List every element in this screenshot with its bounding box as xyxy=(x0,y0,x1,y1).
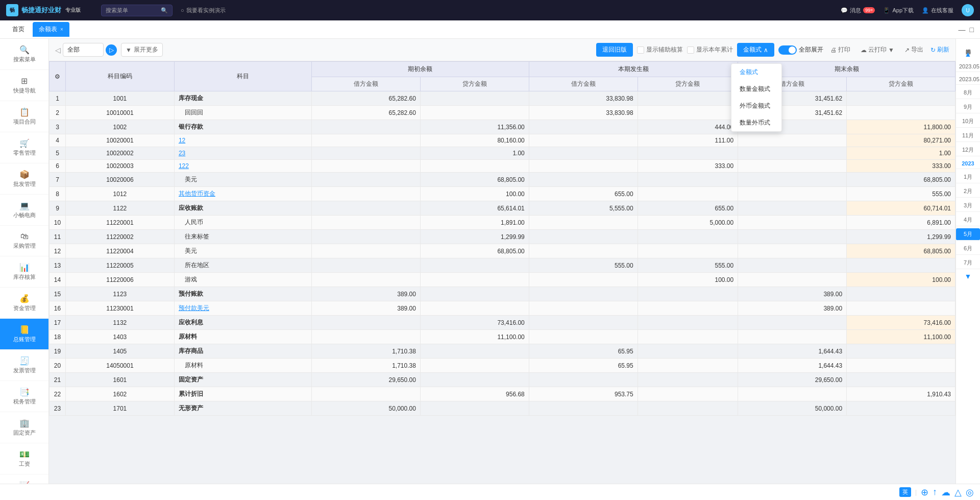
period-item-3[interactable]: 3月 xyxy=(956,200,980,212)
row-value xyxy=(420,373,529,387)
bottom-icon-5[interactable]: ◎ xyxy=(966,487,974,498)
bottom-icon-1[interactable]: ⊕ xyxy=(921,487,928,498)
period-item-year-2023[interactable]: 2023 xyxy=(956,158,980,169)
row-value xyxy=(312,273,421,287)
sidebar-search-label: 搜索菜单 xyxy=(4,56,44,63)
table-row: 510020002231.001.00 xyxy=(50,147,955,160)
toggle-expand-switch[interactable] xyxy=(778,45,797,55)
sidebar-item-wholesale[interactable]: 📦 批发管理 xyxy=(0,163,48,195)
toolbar: ◁ 全部 ▷ ▼ 展开更多 退回旧版 显示辅助核算 xyxy=(49,39,955,61)
online-service-btn[interactable]: 👤 在线客服 xyxy=(922,7,953,14)
period-item-2[interactable]: 2月 xyxy=(956,185,980,198)
period-item-202305[interactable]: 2023.05 xyxy=(956,61,980,72)
expand-more-btn[interactable]: ▼ 展开更多 xyxy=(121,43,163,57)
period-item-12[interactable]: 12月 xyxy=(956,144,980,156)
check-yearly-box[interactable] xyxy=(687,46,694,54)
row-value xyxy=(420,287,529,301)
tab-close-icon[interactable]: × xyxy=(60,27,63,32)
message-btn[interactable]: 💬 消息 99+ xyxy=(841,7,875,14)
nav-input[interactable]: 全部 xyxy=(63,43,104,57)
row-name[interactable]: 12 xyxy=(174,134,311,147)
user-avatar-btn[interactable]: U xyxy=(962,4,974,16)
check-subsidiary-item[interactable]: 显示辅助核算 xyxy=(637,45,683,54)
demo-link[interactable]: ○ 我要看实例演示 xyxy=(181,7,226,14)
row-value xyxy=(312,330,421,344)
dropdown-item-jine[interactable]: 金额式 xyxy=(731,64,781,81)
row-name: 美元 xyxy=(174,173,311,187)
tab-balance[interactable]: 余额表 × xyxy=(33,22,69,37)
amount-mode-btn[interactable]: 金额式 ∧ xyxy=(737,43,774,57)
row-value: 11,100.00 xyxy=(420,330,529,344)
sidebar-item-invoice[interactable]: 🧾 发票管理 xyxy=(0,350,48,381)
tab-minimize-icon[interactable]: — xyxy=(959,26,966,34)
print-btn[interactable]: 🖨 打印 xyxy=(827,43,853,56)
sidebar-item-assets[interactable]: 🏢 固定资产 xyxy=(0,412,48,443)
table-settings-icon[interactable]: ⚙ xyxy=(55,73,60,80)
row-value xyxy=(638,330,738,344)
period-item-11[interactable]: 11月 xyxy=(956,130,980,142)
export-btn[interactable]: ↗ 导出 xyxy=(901,43,926,56)
period-up-btn[interactable]: ▲ xyxy=(964,49,973,59)
period-item-4[interactable]: 4月 xyxy=(956,214,980,226)
refresh-btn[interactable]: ↻ 刷新 xyxy=(930,45,949,54)
bottom-icon-2[interactable]: ↑ xyxy=(933,487,937,497)
nav-back-icon[interactable]: ◁ xyxy=(55,46,61,54)
check-subsidiary-box[interactable] xyxy=(637,46,644,54)
sidebar-item-quicknav[interactable]: ⊞ 快捷导航 xyxy=(0,70,48,101)
sidebar-item-inventory[interactable]: 📊 库存核算 xyxy=(0,256,48,288)
row-value xyxy=(847,373,955,387)
row-name[interactable]: 122 xyxy=(174,160,311,173)
period-item-10[interactable]: 10月 xyxy=(956,115,980,128)
period-item-5[interactable]: 5月 xyxy=(956,228,980,241)
balance-table: ⚙ 科目编码 科目 期初余额 本期发生额 期末余额 借方金额 贷方金额 借方金额 xyxy=(49,61,955,416)
sidebar-inventory-label: 库存核算 xyxy=(4,273,44,281)
period-item-202305-2[interactable]: 2023.05 xyxy=(956,74,980,85)
row-code: 11220002 xyxy=(66,230,175,244)
row-name: 美元 xyxy=(174,244,311,258)
row-name[interactable]: 预付款美元 xyxy=(174,301,311,316)
sidebar-item-project[interactable]: 📋 项目合同 xyxy=(0,101,48,132)
row-name[interactable]: 其他货币资金 xyxy=(174,187,311,201)
sidebar-item-tax[interactable]: 📑 税务管理 xyxy=(0,381,48,412)
sidebar-item-ledger[interactable]: 📒 总账管理 xyxy=(0,319,48,350)
sidebar-item-retail[interactable]: 🛒 零售管理 xyxy=(0,132,48,163)
row-number: 1 xyxy=(50,91,66,106)
sidebar-item-purchase[interactable]: 🛍 采购管理 xyxy=(0,226,48,256)
row-number: 10 xyxy=(50,216,66,230)
sidebar-item-search[interactable]: 🔍 搜索菜单 xyxy=(0,39,48,70)
period-item-8[interactable]: 8月 xyxy=(956,87,980,99)
tab-maximize-icon[interactable]: □ xyxy=(970,26,974,34)
return-old-version-btn[interactable]: 退回旧版 xyxy=(596,43,633,57)
row-value xyxy=(529,230,638,244)
table-container: ⚙ 科目编码 科目 期初余额 本期发生额 期末余额 借方金额 贷方金额 借方金额 xyxy=(49,61,955,484)
row-name[interactable]: 23 xyxy=(174,147,311,160)
sidebar-item-management[interactable]: 📈 经营管理 xyxy=(0,474,48,484)
period-item-1[interactable]: 1月 xyxy=(956,171,980,183)
row-value: 68,805.00 xyxy=(847,244,955,258)
dropdown-item-qty-fx[interactable]: 数量外币式 xyxy=(731,114,781,131)
nav-forward-btn[interactable]: ▷ xyxy=(106,44,117,56)
row-value xyxy=(738,201,847,216)
row-value: 1.00 xyxy=(847,147,955,160)
bottom-icon-4[interactable]: △ xyxy=(954,487,962,498)
check-yearly-item[interactable]: 显示本年累计 xyxy=(687,45,733,54)
lang-btn[interactable]: 英 xyxy=(899,487,911,497)
dropdown-item-qty-jine[interactable]: 数量金额式 xyxy=(731,81,781,98)
dropdown-item-fx-jine[interactable]: 外币金额式 xyxy=(731,98,781,114)
row-value xyxy=(529,401,638,416)
row-value: 389.00 xyxy=(738,287,847,301)
tab-home[interactable]: 首页 xyxy=(6,22,31,37)
bottom-icon-3[interactable]: ☁ xyxy=(941,487,950,498)
sidebar-item-fund[interactable]: 💰 资金管理 xyxy=(0,288,48,319)
app-download-btn[interactable]: 📱 App下载 xyxy=(883,7,914,14)
row-code: 1132 xyxy=(66,316,175,330)
period-item-6[interactable]: 6月 xyxy=(956,243,980,255)
sidebar-item-salary[interactable]: 💵 工资 xyxy=(0,443,48,474)
search-bar[interactable]: 搜索菜单 🔍 xyxy=(101,5,173,16)
cloud-print-btn[interactable]: ☁ 云打印 ▼ xyxy=(857,43,897,56)
period-item-9[interactable]: 9月 xyxy=(956,101,980,113)
period-item-7[interactable]: 7月 xyxy=(956,257,980,269)
row-value: 953.75 xyxy=(529,387,638,401)
period-down-btn[interactable]: ▼ xyxy=(964,271,973,281)
sidebar-item-ecommerce[interactable]: 💻 小畅电商 xyxy=(0,195,48,226)
